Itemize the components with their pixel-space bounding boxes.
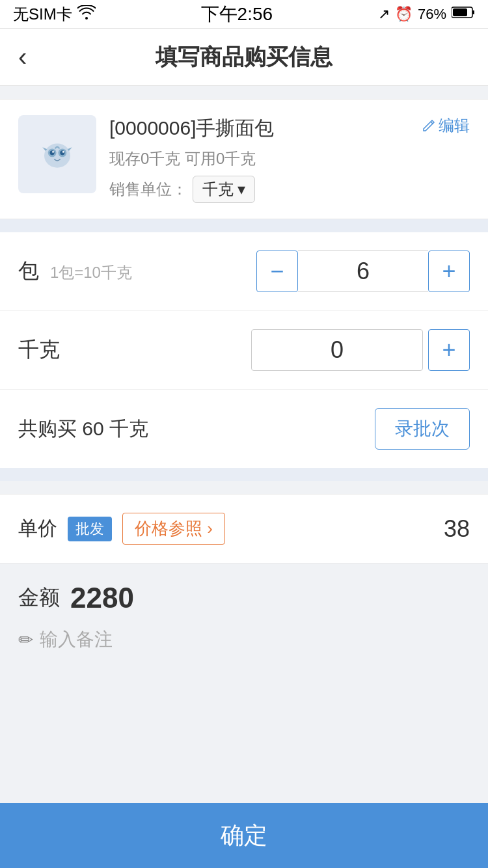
svg-rect-1	[472, 10, 474, 14]
divider-1	[0, 219, 488, 232]
chevron-down-icon: ▾	[237, 180, 245, 198]
product-name: [0000006]手撕面包	[109, 115, 274, 142]
page-title: 填写商品购买信息	[156, 42, 332, 72]
product-unit-row: 销售单位： 千克 ▾	[109, 176, 470, 203]
price-section: 单价 批发 价格参照 › 38	[0, 494, 488, 563]
price-label: 单价	[18, 515, 57, 542]
increase-bag-button[interactable]: +	[428, 251, 470, 292]
nav-bar: ‹ 填写商品购买信息	[0, 29, 488, 86]
signal-label: 无SIM卡	[13, 4, 72, 25]
svg-point-8	[52, 151, 54, 153]
quantity-row-kg: 千克 +	[0, 311, 488, 390]
summary-row: 共购买 60 千克 录批次	[0, 390, 488, 468]
remark-placeholder: 输入备注	[40, 627, 113, 652]
quantity-input-kg[interactable]	[251, 329, 423, 371]
divider-2	[0, 468, 488, 481]
price-type-tag: 批发	[68, 517, 112, 541]
amount-value: 2280	[70, 582, 134, 614]
confirm-bar[interactable]: 确定	[0, 803, 488, 868]
alarm-icon: ⏰	[395, 6, 413, 23]
quantity-row-bag: 包 1包=10千克 − +	[0, 232, 488, 311]
status-bar: 无SIM卡 下午2:56 ↗ ⏰ 76%	[0, 0, 488, 29]
remark-row[interactable]: ✏ 输入备注	[18, 627, 470, 665]
product-section: [0000006]手撕面包 编辑 现存0千克 可用0千克 销售单位： 千克 ▾	[0, 99, 488, 219]
decrease-bag-button[interactable]: −	[256, 251, 298, 292]
svg-point-6	[50, 150, 55, 155]
quantity-control-kg: +	[251, 329, 470, 371]
svg-point-7	[60, 150, 64, 155]
battery-label: 76%	[418, 6, 446, 23]
product-info: [0000006]手撕面包 编辑 现存0千克 可用0千克 销售单位： 千克 ▾	[109, 115, 470, 203]
price-value: 38	[444, 515, 470, 543]
quantity-section: 包 1包=10千克 − + 千克 + 共购买 60 千克 录批次	[0, 232, 488, 468]
quantity-label-bag: 包 1包=10千克	[18, 257, 256, 286]
pencil-icon: ✏	[18, 629, 33, 651]
quantity-control-bag: − +	[256, 251, 470, 292]
unit-selector[interactable]: 千克 ▾	[193, 176, 255, 203]
edit-button[interactable]: 编辑	[422, 115, 470, 136]
summary-text: 共购买 60 千克	[18, 416, 148, 442]
battery-icon	[452, 6, 475, 23]
product-image	[18, 115, 96, 193]
edit-icon	[422, 118, 436, 133]
product-stock: 现存0千克 可用0千克	[109, 148, 470, 169]
svg-rect-2	[453, 8, 467, 16]
amount-row: 金额 2280	[18, 582, 470, 614]
product-logo-icon	[38, 138, 77, 170]
quantity-hint-bag: 1包=10千克	[50, 264, 132, 281]
status-left: 无SIM卡	[13, 4, 96, 25]
location-icon: ↗	[378, 6, 390, 23]
price-reference-button[interactable]: 价格参照 ›	[122, 513, 225, 545]
wifi-icon	[77, 5, 96, 23]
status-right: ↗ ⏰ 76%	[378, 6, 475, 23]
quantity-label-kg: 千克	[18, 336, 251, 364]
amount-label: 金额	[18, 584, 60, 612]
batch-button[interactable]: 录批次	[375, 408, 470, 450]
amount-section: 金额 2280 ✏ 输入备注	[0, 563, 488, 665]
svg-point-9	[62, 151, 64, 153]
quantity-input-bag[interactable]	[298, 251, 428, 292]
back-button[interactable]: ‹	[18, 42, 27, 72]
confirm-button[interactable]: 确定	[221, 820, 267, 852]
status-time: 下午2:56	[201, 2, 273, 27]
increase-kg-button[interactable]: +	[428, 329, 470, 371]
